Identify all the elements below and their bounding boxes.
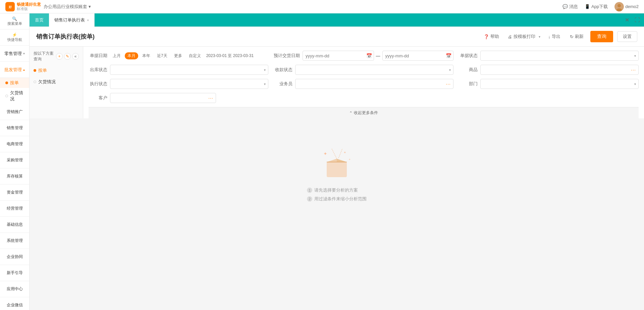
page-content: 销售订单执行表(按单) ❓ 帮助 🖨 按模板打印 ▾ ↓	[30, 27, 644, 310]
inactive-scheme-dot	[34, 81, 36, 83]
order-status-select[interactable]: ▾	[480, 51, 639, 61]
svg-point-3	[618, 4, 621, 7]
print-button[interactable]: 🖨 按模板打印	[506, 32, 537, 41]
logo-text: 畅捷通好生意 标准版	[17, 2, 41, 11]
edit-scheme-button[interactable]: ✎	[64, 53, 71, 60]
export-button[interactable]: ↓ 导出	[546, 32, 564, 41]
sidebar-item-marketing[interactable]: 营销推广	[0, 104, 29, 120]
payment-status-label: 收款状态	[274, 67, 292, 73]
department-select[interactable]: ▾	[480, 79, 639, 89]
settings-button[interactable]: 设置	[617, 31, 637, 42]
tab-sales-exec[interactable]: 销售订单执行表 ×	[49, 13, 95, 27]
customer-value[interactable]	[110, 93, 216, 103]
empty-tip-2: 2 用过滤条件来缩小分析范围	[307, 196, 367, 202]
scheme-item-debt[interactable]: 欠货情况	[30, 76, 83, 88]
message-icon: 💬	[562, 4, 568, 9]
help-icon: ❓	[484, 34, 489, 39]
sidebar-item-system[interactable]: 系统管理	[0, 233, 29, 249]
chevron-down-icon: ▾	[23, 52, 25, 55]
refresh-button[interactable]: ↻ 刷新	[567, 32, 586, 41]
sidebar-item-inventory[interactable]: 库存核算	[0, 168, 29, 185]
collapse-arrow-icon: ⌃	[349, 111, 353, 115]
sidebar-item-basic[interactable]: 基础信息	[0, 217, 29, 233]
empty-state: ✦ ✦ ✦ 1 请先选择要分析的方案 2 用过滤条件来	[30, 118, 644, 229]
sidebar-item-retail[interactable]: 零售管理 ▾	[0, 46, 29, 62]
chevron-up-icon: ▴	[23, 68, 25, 71]
delivery-status-select[interactable]: ▾	[110, 65, 268, 75]
date-btn-last-month[interactable]: 上月	[110, 52, 123, 59]
scheme-item-press-order[interactable]: 按单	[30, 65, 83, 76]
tab-home[interactable]: 首页	[30, 13, 49, 27]
date-range-default: 2023-03-01 至 2023-03-31	[206, 53, 254, 59]
filter-form: 单据日期 上月 本月 本年 近7天 更多 自定义 2023-03-01 至 20…	[83, 47, 644, 118]
customer-dots-icon: ···	[208, 95, 213, 101]
date-btn-more[interactable]: 更多	[171, 52, 185, 59]
user-menu[interactable]: demo2	[614, 2, 639, 11]
date-btn-custom[interactable]: 自定义	[186, 52, 204, 59]
salesperson-select[interactable]: ···	[295, 79, 453, 89]
sidebar-item-finance[interactable]: 资金管理	[0, 185, 29, 201]
date-btn-this-month[interactable]: 本月	[125, 52, 138, 59]
execution-status-select[interactable]: ▾	[110, 79, 268, 89]
customer-select[interactable]: ···	[110, 93, 216, 103]
tip-num-1: 1	[307, 188, 312, 193]
print-dropdown-arrow[interactable]: ▾	[537, 34, 542, 40]
execution-status-label: 执行状态	[89, 81, 107, 87]
goods-select[interactable]: ···	[480, 65, 639, 75]
message-button[interactable]: 💬 消息	[562, 4, 578, 10]
filter-field-goods: 商品 ···	[459, 65, 639, 75]
date-btn-this-year[interactable]: 本年	[140, 52, 153, 59]
add-scheme-button[interactable]: +	[56, 53, 63, 60]
filter-field-delivery-status: 出库状态 ▾	[89, 65, 268, 75]
help-button[interactable]: ❓ 帮助	[481, 32, 502, 41]
svg-text:✦: ✦	[343, 151, 346, 154]
empty-tips: 1 请先选择要分析的方案 2 用过滤条件来缩小分析范围	[307, 187, 367, 202]
date-range-separator: —	[376, 53, 380, 58]
query-button[interactable]: 查询	[590, 31, 613, 42]
sidebar-item-wholesale[interactable]: 批发管理 ▴	[0, 62, 29, 78]
sidebar-item-operations[interactable]: 经营管理	[0, 201, 29, 217]
svg-text:好: 好	[8, 5, 12, 9]
expected-delivery-start[interactable]	[303, 51, 374, 61]
delivery-status-value[interactable]	[110, 65, 268, 75]
date-btn-7days[interactable]: 近7天	[154, 52, 170, 59]
search-icon: 🔍	[12, 16, 17, 21]
goods-value[interactable]	[480, 65, 639, 75]
app-download-button[interactable]: 📱 App下载	[585, 4, 608, 10]
execution-status-value[interactable]	[110, 79, 268, 89]
collapse-sidebar-button[interactable]: «	[72, 53, 79, 60]
expected-delivery-end[interactable]	[382, 51, 454, 61]
sidebar-item-newbie[interactable]: 新手引导	[0, 265, 29, 281]
empty-tip-1: 1 请先选择要分析的方案	[307, 187, 367, 193]
page-actions: ❓ 帮助 🖨 按模板打印 ▾ ↓ 导出	[481, 31, 638, 46]
tab-close-icon[interactable]: ×	[87, 18, 89, 22]
payment-status-value[interactable]	[295, 65, 453, 75]
sidebar-sub-press-order[interactable]: 按单	[0, 78, 29, 88]
order-status-value[interactable]	[480, 51, 639, 61]
sidebar-item-enterprise[interactable]: 企业协同	[0, 249, 29, 265]
filter-field-department: 部门 ▾	[459, 79, 639, 89]
top-header: 好 畅捷通好生意 标准版 办公用品行业模拟账套 ▾ 💬 消息 📱 App下载	[0, 0, 644, 13]
calendar-start-icon: 📅	[366, 53, 372, 58]
sidebar-item-search-menu[interactable]: 🔍 搜索菜单	[0, 13, 29, 30]
sidebar-item-app-center[interactable]: 应用中心	[0, 281, 29, 297]
payment-status-select[interactable]: ▾	[295, 65, 453, 75]
tab-maximize-button[interactable]: ⛶	[633, 16, 641, 24]
goods-dots-icon: ···	[631, 67, 636, 72]
collapse-more-conditions-button[interactable]: ⌃ 收起更多条件	[89, 107, 639, 118]
sidebar-item-sales-mgmt[interactable]: 销售管理	[0, 120, 29, 136]
header-right: 💬 消息 📱 App下载 demo2	[562, 2, 639, 11]
sidebar-item-purchase[interactable]: 采购管理	[0, 152, 29, 168]
sidebar-sub-debt[interactable]: 欠货情况	[0, 88, 29, 104]
department-value[interactable]	[480, 79, 639, 89]
sidebar-item-ecommerce[interactable]: 电商管理	[0, 136, 29, 152]
filter-field-salesperson: 业务员 ···	[274, 79, 453, 89]
filter-field-expected-delivery: 预计交货日期 📅 — 📅	[274, 51, 453, 61]
sidebar-item-wechat[interactable]: 企业微信	[0, 297, 29, 310]
sidebar-item-quick-nav[interactable]: ⚡ 快捷导航	[0, 30, 29, 46]
download-icon: 📱	[585, 4, 590, 9]
account-selector[interactable]: 办公用品行业模拟账套 ▾	[44, 4, 91, 10]
salesperson-value[interactable]	[295, 79, 453, 89]
tab-close-window-button[interactable]: ✕	[624, 15, 631, 24]
filter-area: 按以下方案查询 + ✎ «	[30, 47, 644, 118]
